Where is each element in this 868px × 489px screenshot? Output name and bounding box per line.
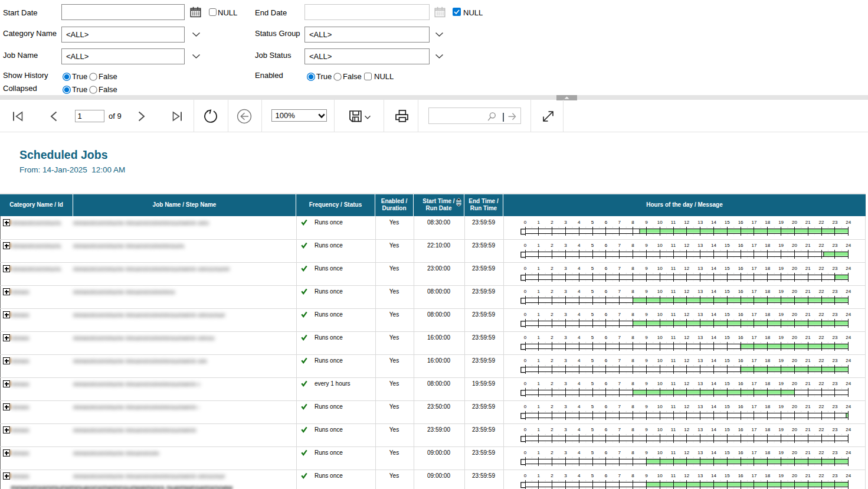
svg-text:0: 0	[524, 265, 527, 270]
svg-text:16: 16	[738, 311, 743, 317]
svg-text:2: 2	[551, 242, 553, 247]
svg-text:11: 11	[671, 426, 676, 432]
svg-text:21: 21	[805, 449, 811, 455]
svg-text:15: 15	[725, 357, 730, 363]
svg-text:21: 21	[805, 242, 811, 247]
svg-text:23: 23	[832, 403, 837, 409]
svg-text:15: 15	[725, 449, 730, 455]
svg-text:1: 1	[538, 426, 541, 432]
svg-text:4: 4	[578, 403, 581, 409]
svg-text:1: 1	[538, 449, 541, 455]
svg-text:4: 4	[578, 380, 581, 386]
svg-text:8: 8	[631, 311, 634, 317]
svg-text:10: 10	[657, 449, 663, 455]
svg-text:19: 19	[778, 311, 784, 317]
svg-text:4: 4	[578, 242, 581, 247]
svg-text:17: 17	[751, 357, 756, 363]
svg-text:15: 15	[725, 380, 730, 386]
svg-text:5: 5	[591, 242, 594, 247]
svg-text:2: 2	[551, 357, 553, 363]
svg-text:7: 7	[618, 265, 621, 270]
svg-text:20: 20	[792, 357, 797, 363]
svg-text:20: 20	[792, 265, 797, 270]
svg-text:23: 23	[832, 288, 837, 294]
svg-text:23: 23	[832, 472, 837, 478]
svg-text:16: 16	[738, 403, 743, 409]
svg-text:10: 10	[657, 357, 663, 363]
svg-text:5: 5	[591, 472, 594, 478]
svg-text:2: 2	[551, 311, 553, 317]
svg-text:22: 22	[819, 334, 824, 340]
svg-text:19: 19	[778, 357, 784, 363]
svg-text:20: 20	[792, 472, 797, 478]
svg-text:21: 21	[805, 426, 811, 432]
svg-text:19: 19	[778, 472, 784, 478]
svg-text:3: 3	[564, 265, 567, 270]
svg-text:0: 0	[524, 242, 527, 247]
svg-text:8: 8	[631, 288, 634, 294]
svg-text:17: 17	[751, 242, 756, 247]
svg-text:9: 9	[645, 334, 648, 340]
svg-text:8: 8	[631, 472, 634, 478]
svg-text:9: 9	[645, 265, 648, 270]
svg-text:12: 12	[684, 357, 689, 363]
svg-text:8: 8	[631, 403, 634, 409]
svg-text:8: 8	[631, 449, 634, 455]
svg-text:11: 11	[671, 288, 676, 294]
svg-text:9: 9	[645, 288, 648, 294]
svg-text:11: 11	[671, 380, 676, 386]
svg-text:15: 15	[725, 426, 730, 432]
svg-text:19: 19	[778, 219, 784, 224]
svg-text:13: 13	[697, 288, 703, 294]
svg-text:20: 20	[792, 311, 797, 317]
svg-text:8: 8	[631, 242, 634, 247]
svg-text:24: 24	[846, 426, 851, 432]
svg-text:13: 13	[697, 311, 703, 317]
svg-text:14: 14	[711, 242, 716, 247]
svg-text:16: 16	[738, 334, 743, 340]
svg-text:2: 2	[551, 472, 553, 478]
svg-text:15: 15	[725, 242, 730, 247]
svg-text:22: 22	[819, 242, 824, 247]
svg-text:11: 11	[671, 472, 676, 478]
svg-text:17: 17	[751, 265, 756, 270]
svg-text:5: 5	[591, 380, 594, 386]
svg-text:12: 12	[684, 403, 689, 409]
svg-text:16: 16	[738, 242, 743, 247]
svg-text:10: 10	[657, 219, 663, 224]
svg-text:21: 21	[805, 288, 811, 294]
svg-text:7: 7	[618, 219, 621, 224]
svg-text:9: 9	[645, 380, 648, 386]
svg-text:6: 6	[605, 472, 608, 478]
svg-text:1: 1	[538, 403, 541, 409]
svg-text:12: 12	[684, 219, 689, 224]
svg-text:21: 21	[805, 219, 811, 224]
svg-text:14: 14	[711, 219, 716, 224]
svg-text:11: 11	[671, 242, 676, 247]
svg-text:12: 12	[684, 242, 689, 247]
svg-text:6: 6	[605, 380, 608, 386]
svg-text:13: 13	[697, 357, 703, 363]
svg-text:21: 21	[805, 265, 811, 270]
svg-text:13: 13	[697, 426, 703, 432]
svg-text:12: 12	[684, 311, 689, 317]
svg-text:0: 0	[524, 288, 527, 294]
svg-text:7: 7	[618, 449, 621, 455]
svg-text:3: 3	[564, 242, 567, 247]
svg-text:3: 3	[564, 449, 567, 455]
svg-text:22: 22	[819, 472, 824, 478]
svg-text:22: 22	[819, 449, 824, 455]
svg-text:7: 7	[618, 311, 621, 317]
svg-text:5: 5	[591, 449, 594, 455]
svg-text:14: 14	[711, 311, 716, 317]
svg-text:3: 3	[564, 426, 567, 432]
svg-text:14: 14	[711, 449, 716, 455]
svg-text:10: 10	[657, 403, 663, 409]
svg-text:4: 4	[578, 288, 581, 294]
svg-text:20: 20	[792, 242, 797, 247]
svg-text:24: 24	[846, 449, 851, 455]
svg-text:11: 11	[671, 357, 676, 363]
svg-text:24: 24	[846, 265, 851, 270]
svg-text:24: 24	[846, 311, 851, 317]
svg-text:6: 6	[605, 219, 608, 224]
